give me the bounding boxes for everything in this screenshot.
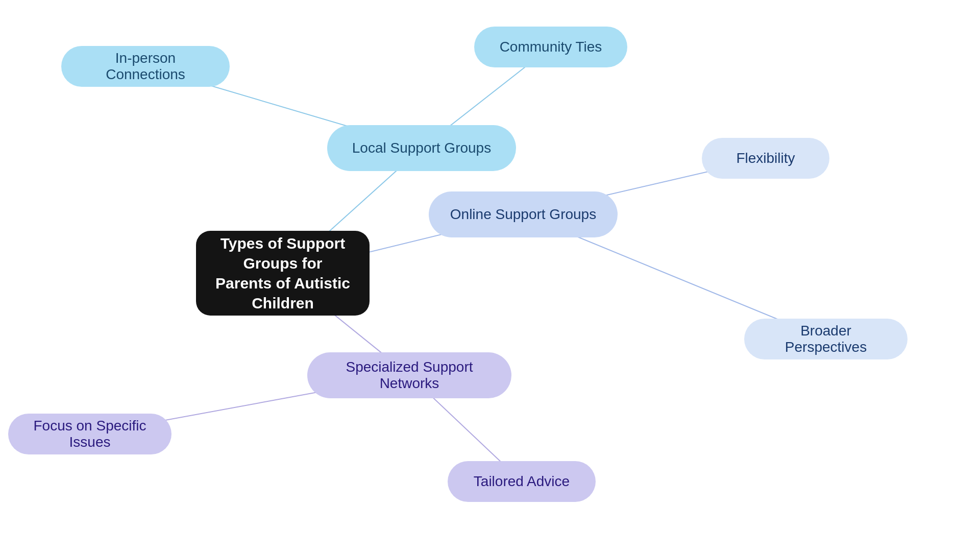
center-label: Types of Support Groups for Parents of A… xyxy=(214,233,351,313)
broader-label: Broader Perspectives xyxy=(763,323,889,355)
center-node: Types of Support Groups for Parents of A… xyxy=(196,231,370,316)
mindmap-container: Types of Support Groups for Parents of A… xyxy=(0,0,980,553)
community-label: Community Ties xyxy=(500,39,602,55)
community-node: Community Ties xyxy=(474,27,627,67)
tailored-node: Tailored Advice xyxy=(448,461,596,502)
local-label: Local Support Groups xyxy=(352,140,491,156)
focus-label: Focus on Specific Issues xyxy=(27,418,153,450)
flexibility-node: Flexibility xyxy=(702,138,829,179)
inperson-node: In-person Connections xyxy=(61,46,230,87)
local-node: Local Support Groups xyxy=(327,125,516,171)
specialized-label: Specialized Support Networks xyxy=(326,359,493,392)
inperson-label: In-person Connections xyxy=(80,50,211,83)
broader-node: Broader Perspectives xyxy=(744,319,908,359)
focus-node: Focus on Specific Issues xyxy=(8,414,172,454)
online-label: Online Support Groups xyxy=(450,206,596,223)
tailored-label: Tailored Advice xyxy=(474,473,570,490)
specialized-node: Specialized Support Networks xyxy=(307,352,511,398)
flexibility-label: Flexibility xyxy=(736,150,795,166)
online-node: Online Support Groups xyxy=(429,191,618,237)
